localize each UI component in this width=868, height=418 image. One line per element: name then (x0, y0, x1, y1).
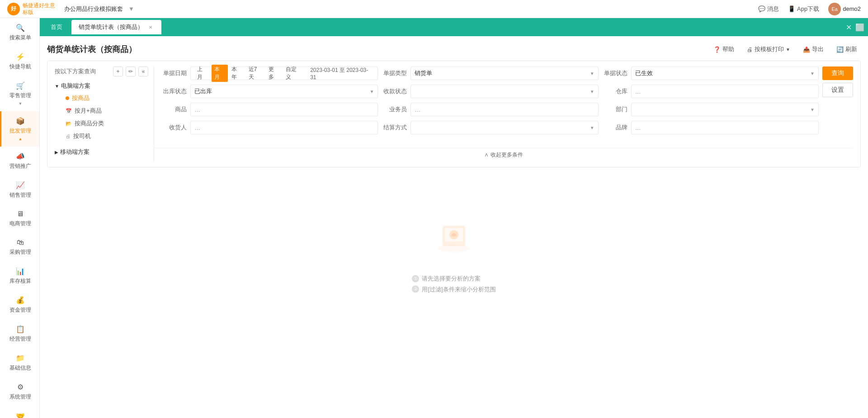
date-tab-current-month[interactable]: 本月 (212, 65, 228, 82)
sidebar-item-base[interactable]: 📁 基础信息 (0, 348, 39, 377)
sidebar-item-operations[interactable]: 📋 经营管理 (0, 319, 39, 348)
tab-home[interactable]: 首页 (43, 20, 70, 34)
sidebar-item-system[interactable]: ⚙ 系统管理 (0, 377, 39, 406)
scheme-group-desktop-header[interactable]: ▼ 电脑端方案 (55, 80, 148, 92)
maximize-icon[interactable]: ⬜ (855, 23, 864, 32)
sidebar-item-retail[interactable]: 🛒 零售管理 ▼ (0, 76, 39, 111)
date-tab-current-year[interactable]: 本年 (229, 65, 245, 82)
sidebar-item-purchase[interactable]: 🛍 采购管理 (0, 233, 39, 261)
sidebar-item-sales[interactable]: 📈 销售管理 (0, 176, 39, 204)
receipt-status-select[interactable]: ▼ (410, 85, 598, 98)
page-header: 销货单统计表（按商品） ❓ 帮助 🖨 按模板打印 ▼ 📤 导出 (47, 43, 861, 55)
department-label: 部门 (602, 105, 627, 114)
active-dot-icon (66, 96, 69, 100)
settlement-select[interactable]: ▼ (410, 121, 598, 134)
filter-date: 单据日期 上月 本月 本年 近7天 (161, 66, 378, 80)
settings-button[interactable]: 设置 (822, 83, 853, 97)
edit-scheme-button[interactable]: ✏ (126, 66, 136, 76)
empty-state: ① 请先选择要分析的方案 ② 用[过滤]条件来缩小分析范围 (47, 167, 861, 339)
date-tab-prev-month[interactable]: 上月 (194, 65, 211, 82)
scheme-header: 按以下方案查询 + ✏ « (55, 66, 148, 76)
printer-icon: 🖨 (66, 133, 71, 139)
salesperson-label: 业务员 (382, 105, 407, 114)
out-status-label: 出库状态 (161, 87, 187, 95)
purchase-icon: 🛍 (17, 238, 24, 247)
filter-row-1: 单据日期 上月 本月 本年 近7天 (161, 66, 819, 80)
calendar-icon: 📅 (66, 108, 72, 114)
date-range-value: 2023-03-01 至 2023-03-31 (310, 66, 374, 81)
sidebar-item-cooperation[interactable]: 🤝 企业协同 (0, 406, 39, 418)
settlement-label: 结算方式 (382, 124, 407, 132)
receipt-status-arrow-icon: ▼ (590, 89, 594, 94)
filter-doc-status: 单据状态 已生效 ▼ (602, 66, 819, 80)
scheme-group-desktop: ▼ 电脑端方案 按商品 📅 按月+商品 (55, 80, 148, 142)
shortcut-icon: ⚡ (16, 52, 25, 61)
scheme-item-by-month-goods[interactable]: 📅 按月+商品 (55, 104, 148, 117)
filter-salesperson: 业务员 … (382, 103, 598, 116)
settlement-arrow-icon: ▼ (590, 125, 594, 130)
date-tab-custom[interactable]: 自定义 (283, 65, 305, 82)
sales-icon: 📈 (16, 181, 25, 190)
consignee-input[interactable]: … (190, 121, 378, 134)
department-select[interactable]: ▼ (631, 103, 819, 116)
print-button[interactable]: 🖨 按模板打印 ▼ (743, 43, 794, 55)
sidebar-item-finance[interactable]: 💰 资金管理 (0, 290, 39, 319)
filter-doc-type: 单据类型 销货单 ▼ (382, 66, 598, 80)
help-button[interactable]: ❓ 帮助 (710, 43, 738, 55)
collapse-scheme-button[interactable]: « (138, 66, 148, 76)
brand-input[interactable]: … (631, 121, 819, 134)
doc-type-arrow-icon: ▼ (590, 71, 594, 76)
message-button[interactable]: 💬 消息 (758, 5, 779, 13)
sidebar-item-ecommerce[interactable]: 🖥 电商管理 (0, 204, 39, 233)
doc-status-select[interactable]: 已生效 ▼ (631, 66, 819, 80)
refresh-button[interactable]: 🔄 刷新 (833, 43, 861, 55)
sidebar-item-search[interactable]: 🔍 搜索菜单 (0, 18, 39, 47)
export-button[interactable]: 📤 导出 (799, 43, 827, 55)
scheme-item-by-goods[interactable]: 按商品 (55, 92, 148, 104)
base-icon: 📁 (16, 354, 25, 362)
tab-close-icon[interactable]: ✕ (147, 24, 154, 31)
sidebar-item-marketing[interactable]: 📣 营销推广 (0, 147, 39, 176)
topbar-right: 💬 消息 📱 App下载 Ea demo2 (758, 3, 861, 15)
query-button[interactable]: 查询 (822, 66, 853, 80)
user-area[interactable]: Ea demo2 (828, 3, 861, 15)
tab-report[interactable]: 销货单统计表（按商品） ✕ (71, 20, 161, 34)
filter-receipt-status: 收款状态 ▼ (382, 85, 598, 98)
operations-icon: 📋 (16, 325, 25, 333)
sidebar-item-wholesale[interactable]: 📦 批发管理 ▲ (0, 111, 39, 147)
app-download-button[interactable]: 📱 App下载 (788, 5, 819, 13)
date-tabs: 上月 本月 本年 近7天 更多 自定义 (194, 65, 305, 82)
filter-panel: 按以下方案查询 + ✏ « ▼ 电脑端方案 (47, 61, 861, 167)
salesperson-input[interactable]: … (410, 103, 598, 116)
date-tab-more[interactable]: 更多 (266, 65, 282, 82)
scheme-group-mobile-header[interactable]: ▶ 移动端方案 (55, 146, 148, 158)
close-window-icon[interactable]: ✕ (846, 23, 852, 32)
filter-form: 单据日期 上月 本月 本年 近7天 (154, 66, 819, 144)
doc-status-label: 单据状态 (602, 69, 627, 77)
sidebar-item-inventory[interactable]: 📊 库存核算 (0, 261, 39, 290)
chevron-up-icon: ▲ (19, 137, 23, 141)
date-selector[interactable]: 上月 本月 本年 近7天 更多 自定义 2 (190, 66, 378, 80)
workspace-title[interactable]: 办公用品行业模拟账套 (64, 5, 123, 13)
filter-brand: 品牌 … (602, 121, 819, 134)
warehouse-input[interactable]: … (631, 85, 819, 98)
goods-input[interactable]: … (190, 103, 378, 116)
scheme-item-by-goods-category[interactable]: 📂 按商品分类 (55, 117, 148, 130)
wholesale-icon: 📦 (16, 117, 25, 125)
group-arrow-icon: ▼ (55, 84, 59, 89)
out-status-select[interactable]: 已出库 ▼ (190, 85, 378, 98)
scheme-group-mobile: ▶ 移动端方案 (55, 146, 148, 158)
date-tab-7days[interactable]: 近7天 (246, 65, 265, 82)
doc-type-select[interactable]: 销货单 ▼ (410, 66, 598, 80)
ecommerce-icon: 🖥 (17, 210, 24, 218)
tip-1-num: ① (412, 275, 419, 282)
add-scheme-button[interactable]: + (113, 66, 123, 76)
scheme-item-by-printer[interactable]: 🖨 按司机 (55, 130, 148, 142)
sidebar-item-shortcut[interactable]: ⚡ 快捷导航 (0, 47, 39, 76)
sidebar: 🔍 搜索菜单 ⚡ 快捷导航 🛒 零售管理 ▼ 📦 批发管理 ▲ 📣 营销推广 📈… (0, 18, 40, 418)
collapse-bar[interactable]: ∧ 收起更多条件 (154, 148, 853, 162)
filter-layout: 按以下方案查询 + ✏ « ▼ 电脑端方案 (55, 66, 853, 162)
page-actions: ❓ 帮助 🖨 按模板打印 ▼ 📤 导出 🔄 刷新 (710, 43, 861, 55)
filter-row-3: 商品 … 业务员 … (161, 103, 819, 116)
tab-bar-actions: ✕ ⬜ (846, 23, 864, 32)
